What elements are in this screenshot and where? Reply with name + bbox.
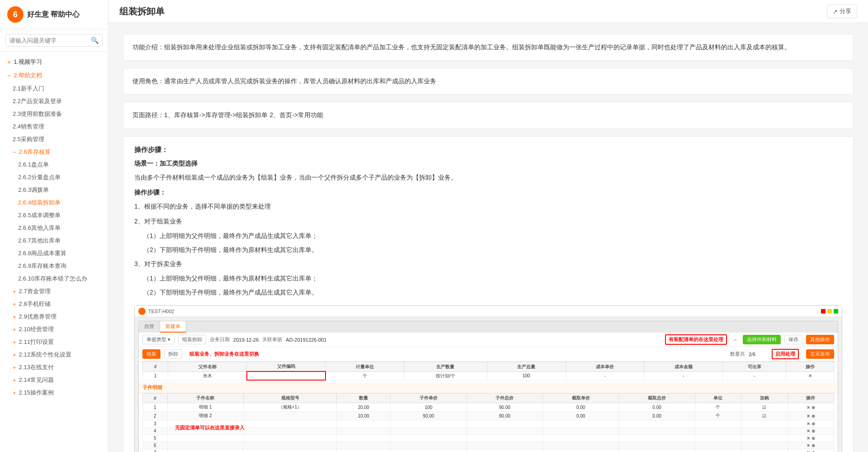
nav-item-2-13[interactable]: + 2.13在线支付 bbox=[0, 361, 108, 374]
nav-item-label-2-6: 2.6库存核算 bbox=[19, 148, 51, 156]
mock-close-area bbox=[821, 309, 838, 314]
mock-btn-enable[interactable]: 立采发布 bbox=[806, 349, 834, 359]
nav-item-2-11[interactable]: + 2.11打印设置 bbox=[0, 336, 108, 348]
mock-annotation-1: 有装配清单的在这里处理 bbox=[665, 334, 727, 345]
nav-item-label-2-2: 2.2产品安装及登录 bbox=[13, 97, 62, 105]
nav-item-2-9[interactable]: + 2.9优惠券管理 bbox=[0, 310, 108, 323]
plus-icon-2-9: + bbox=[13, 314, 16, 320]
nav-item-label-2-3: 2.3使用前数据准备 bbox=[13, 110, 62, 118]
plus-icon-2-13: + bbox=[13, 364, 16, 371]
mock-lower-row-1: 1 明细 1 （规格+1） 20.00 100 90.00 0.00 0.00 bbox=[143, 403, 834, 412]
nav-item-2-6-8[interactable]: 2.6.8商品成本重算 bbox=[0, 247, 108, 260]
plus-icon-2-11: + bbox=[13, 339, 16, 346]
nav-item-2-6-6[interactable]: 2.6.6其他入库单 bbox=[0, 222, 108, 234]
mock-lower-area: 子件明细 # 子件名称 规格型号 数量 bbox=[139, 382, 838, 452]
mock-btn-action[interactable]: 组装拆卸 bbox=[178, 335, 206, 344]
nav-section-label-s1: 1.视频学习 bbox=[14, 58, 42, 66]
steps-list: 1、根据不同的业务，选择不同单据的类型来处理 2、对于组装业务 （1）上部明细为… bbox=[134, 200, 842, 298]
mock-annotation-3: 组装业务、拆卸业务在这里切换 bbox=[189, 351, 259, 357]
step-2-1: （1）上部明细为父件明细，最终作为产成品生成其它入库单； bbox=[143, 230, 842, 242]
mock-btn-save[interactable]: 保存 bbox=[784, 335, 802, 344]
nav-section-video[interactable]: + 1.视频学习 bbox=[0, 55, 108, 69]
nav-item-2-10[interactable]: + 2.10经营管理 bbox=[0, 323, 108, 336]
expand-icon-s1: + bbox=[7, 58, 11, 66]
nav-item-label-2-6-7: 2.6.7其他出库单 bbox=[18, 237, 61, 244]
nav-item-2-8[interactable]: + 2.8手机旺铺 bbox=[0, 298, 108, 310]
search-input[interactable] bbox=[9, 37, 91, 44]
nav-item-label-2-11: 2.11打印设置 bbox=[19, 338, 54, 346]
nav-item-2-15[interactable]: + 2.15操作案例 bbox=[0, 386, 108, 399]
mock-field-date-label: 业务日期 bbox=[210, 336, 230, 343]
scene1-title: 场景一：加工类型选择 bbox=[134, 160, 842, 168]
step-2-2: （2）下部明细为子件明细，最终作为原材料生成其它出库单。 bbox=[143, 244, 842, 256]
mock-inner: 自营 新建单 单据类型 ▾ 组装拆卸 业务日期 2019-12-26 关联单据 … bbox=[138, 321, 838, 452]
share-icon: ↗ bbox=[833, 8, 838, 15]
nav-item-label-2-13: 2.13在线支付 bbox=[19, 363, 54, 371]
nav-item-label-2-6-9: 2.6.9库存账本查询 bbox=[18, 262, 66, 269]
nav-item-2-6-9[interactable]: 2.6.9库存账本查询 bbox=[0, 260, 108, 272]
step2-sublist: （1）上部明细为父件明细，最终作为产成品生成其它入库单； （2）下部明细为子件明… bbox=[134, 230, 842, 256]
intro-block-1: 功能介绍：组装拆卸单用来处理企业组装或拆卸等加工业务，支持有固定装配清单的产品加… bbox=[123, 34, 854, 61]
mock-lower-table: # 子件名称 规格型号 数量 子件单价 子件总价 截取单价 截取总价 单位 bbox=[142, 393, 834, 452]
topbar: 组装拆卸单 ↗ 分享 bbox=[108, 0, 868, 23]
mock-tab-ziying[interactable]: 自营 bbox=[139, 321, 160, 333]
path-text: 页面路径：1、库存核算->库存管理->组装拆卸单 2、首页->常用功能 bbox=[132, 109, 844, 121]
nav-item-2-14[interactable]: + 2.14常见问题 bbox=[0, 374, 108, 386]
nav-item-2-2[interactable]: 2.2产品安装及登录 bbox=[0, 95, 108, 108]
nav-item-2-6-7[interactable]: 2.6.7其他出库单 bbox=[0, 234, 108, 247]
nav-item-label-2-10: 2.10经营管理 bbox=[19, 325, 54, 333]
screenshot-mockup: TEST-H002 自营 新建单 bbox=[134, 305, 842, 452]
mock-lower-row-4: 4 bbox=[143, 428, 834, 435]
nav-item-2-4[interactable]: 2.4销售管理 bbox=[0, 120, 108, 133]
nav-item-label-2-6-6: 2.6.6其他入库单 bbox=[18, 224, 61, 231]
nav-item-2-6-10[interactable]: 2.6.10库存账本错了怎么办 bbox=[0, 272, 108, 285]
mock-field-assoc-value: AD-20191226-001 bbox=[286, 337, 326, 343]
search-area: 🔍 bbox=[0, 29, 108, 52]
intro-text-1: 功能介绍：组装拆卸单用来处理企业组装或拆卸等加工业务，支持有固定装配清单的产品加… bbox=[132, 42, 844, 53]
nav-item-2-6-1[interactable]: 2.6.1盘点单 bbox=[0, 158, 108, 171]
nav-item-2-12[interactable]: + 2.12系统个性化设置 bbox=[0, 348, 108, 361]
mock-btn-assemble[interactable]: 组装 bbox=[142, 349, 160, 359]
sidebar: 6 好生意 帮助中心 🔍 + 1.视频学习 − 2.帮助文档 2.1新手入门 2… bbox=[0, 0, 108, 452]
nav-item-2-6-5[interactable]: 2.6.5成本调整单 bbox=[0, 209, 108, 222]
nav-item-label-2-6-1: 2.6.1盘点单 bbox=[18, 161, 49, 168]
nav-item-2-6[interactable]: − 2.6库存核算 bbox=[0, 146, 108, 158]
plus-icon-2-10: + bbox=[13, 326, 16, 333]
mock-btn-other[interactable]: 其他操作 bbox=[806, 335, 834, 344]
mock-lower-row-7: 7 bbox=[143, 449, 834, 452]
intro-block-2: 使用角色：通常由生产人员或库管人员完成拆装业务的操作，库管人员确认原材料的出库和… bbox=[123, 68, 854, 95]
nav-item-2-6-3[interactable]: 2.6.3调拨单 bbox=[0, 184, 108, 196]
nav-item-label-2-6-3: 2.6.3调拨单 bbox=[18, 186, 49, 193]
nav-item-2-1[interactable]: 2.1新手入门 bbox=[0, 82, 108, 95]
nav-item-label-2-6-8: 2.6.8商品成本重算 bbox=[18, 250, 66, 257]
ops-section: 操作步骤： 场景一：加工类型选择 当由多个子件材料组装成一个成品的业务为【组装】… bbox=[123, 136, 854, 452]
search-icon[interactable]: 🔍 bbox=[91, 37, 99, 44]
search-box: 🔍 bbox=[5, 34, 103, 47]
mock-btn-disassemble[interactable]: 拆卸 bbox=[164, 349, 182, 359]
mock-th-available: 可出库 bbox=[723, 362, 786, 372]
mock-th-cost-amount: 成本金额 bbox=[644, 362, 723, 372]
nav-section-docs[interactable]: − 2.帮助文档 bbox=[0, 69, 108, 82]
mock-tab-bar: 自营 新建单 bbox=[139, 321, 838, 333]
mock-field-date-value: 2019-12-26 bbox=[233, 337, 259, 343]
mock-annotation-5: 无固定清单可以在这里直接录入 bbox=[175, 424, 245, 431]
nav-item-2-5[interactable]: 2.5采购管理 bbox=[0, 133, 108, 146]
nav-tree: + 1.视频学习 − 2.帮助文档 2.1新手入门 2.2产品安装及登录 2.3… bbox=[0, 52, 108, 452]
share-button[interactable]: ↗ 分享 bbox=[827, 5, 857, 18]
mock-titlebar-id: TEST-H002 bbox=[148, 309, 174, 314]
step-3: 3、对于拆卖业务 bbox=[134, 258, 842, 270]
main-area: 组装拆卸单 ↗ 分享 功能介绍：组装拆卸单用来处理企业组装或拆卸等加工业务，支持… bbox=[108, 0, 868, 452]
nav-item-2-6-2[interactable]: 2.6.2分量盘点单 bbox=[0, 171, 108, 184]
mock-btn-type[interactable]: 单据类型 ▾ bbox=[142, 335, 175, 344]
mock-titlebar: TEST-H002 bbox=[135, 306, 842, 317]
nav-item-2-6-4[interactable]: 2.6.4组装拆卸单 bbox=[0, 196, 108, 209]
expand-icon-s2: − bbox=[7, 72, 11, 79]
plus-icon-2-8: + bbox=[13, 301, 16, 308]
ops-steps-title: 操作步骤： bbox=[134, 189, 842, 197]
nav-item-2-3[interactable]: 2.3使用前数据准备 bbox=[0, 108, 108, 120]
nav-item-2-7[interactable]: + 2.7资金管理 bbox=[0, 285, 108, 298]
step-3-2: （2）下部明细为子件明细，最终作为产成品生成其它入库单。 bbox=[143, 286, 842, 299]
mock-tab-neworder[interactable]: 新建单 bbox=[160, 321, 186, 333]
mock-btn-select[interactable]: 选择件和材料 bbox=[743, 335, 781, 344]
mock-field-row-1: 组装 拆卸 组装业务、拆卸业务在这里切换 数量共 2/6 启用处理 立采发布 bbox=[139, 347, 838, 362]
